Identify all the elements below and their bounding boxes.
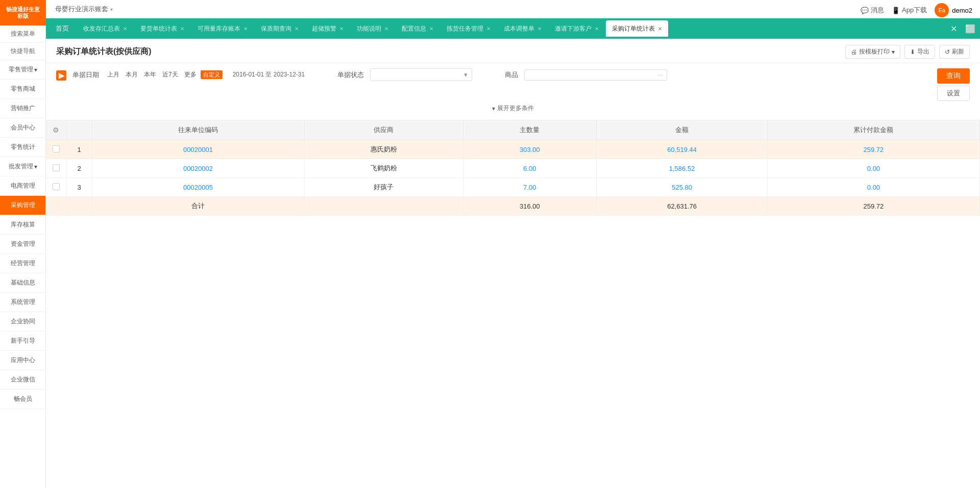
sidebar-item-operations[interactable]: 经营管理: [0, 254, 45, 273]
date-shortcut-7days[interactable]: 近7天: [160, 69, 180, 80]
workspace-selector[interactable]: 母婴行业演示账套 ▾: [51, 5, 117, 14]
expand-more-conditions[interactable]: ▾ 展开更多条件: [56, 104, 970, 113]
message-btn[interactable]: 💬 消息: [861, 6, 884, 15]
row-qty-0[interactable]: 303.00: [463, 140, 597, 159]
row-amount-2[interactable]: 525.80: [597, 178, 768, 197]
tab-yaohuo-close-icon[interactable]: ✕: [180, 26, 184, 32]
tab-baozhi[interactable]: 保质期查询 ✕: [255, 20, 305, 37]
column-settings-icon[interactable]: ⚙: [53, 126, 59, 134]
tab-yaohuo[interactable]: 要货单统计表 ✕: [134, 20, 190, 37]
tab-gongneng-close-icon[interactable]: ✕: [384, 26, 388, 32]
tab-baozhi-close-icon[interactable]: ✕: [295, 26, 299, 32]
row-qty-1[interactable]: 6.00: [463, 159, 597, 178]
checkbox-icon[interactable]: [53, 145, 60, 152]
tab-shoufacun[interactable]: 收发存汇总表 ✕: [77, 20, 133, 37]
sidebar-item-retail[interactable]: 零售管理 ▾: [0, 60, 45, 80]
sidebar-item-retail-stats[interactable]: 零售统计: [0, 138, 45, 157]
sidebar-item-purchase-label: 采购管理: [11, 201, 35, 210]
sidebar-item-member[interactable]: 会员中心: [0, 118, 45, 138]
goods-filter-input[interactable]: ···: [524, 69, 667, 81]
row-paid-1[interactable]: 0.00: [767, 159, 979, 178]
tab-chaochuyujing-label: 超储预警: [312, 24, 336, 33]
tab-keyongliang[interactable]: 可用量库存账本 ✕: [191, 20, 254, 37]
row-paid-2[interactable]: 0.00: [767, 178, 979, 197]
sidebar-item-basic[interactable]: 基础信息: [0, 273, 45, 293]
row-check-2[interactable]: [46, 178, 66, 197]
user-area[interactable]: Ea demo2: [935, 3, 972, 17]
tab-keyongliang-close-icon[interactable]: ✕: [243, 26, 248, 32]
tab-yaoqing-close-icon[interactable]: ✕: [595, 26, 599, 32]
sidebar-item-wechat[interactable]: 企业微信: [0, 370, 45, 390]
table-area: ⚙ 往来单位编码 供应商 主数量 金额 累计付款金额: [46, 120, 980, 216]
tab-chengben-close-icon[interactable]: ✕: [537, 26, 542, 32]
row-amount-0[interactable]: 60,519.44: [597, 140, 768, 159]
sidebar-item-member2[interactable]: 畅会员: [0, 390, 45, 409]
date-custom-tag[interactable]: 自定义: [201, 70, 223, 79]
th-unit-code: 往来单位编码: [92, 120, 304, 140]
row-check-1[interactable]: [46, 159, 66, 178]
tab-peizhi[interactable]: 配置信息 ✕: [396, 20, 439, 37]
table-row: 2 00020002 飞鹤奶粉 6.00 1,586.52 0.00: [46, 159, 980, 178]
sidebar-item-purchase[interactable]: 采购管理: [0, 196, 45, 215]
tab-close-all-icon[interactable]: ✕: [948, 22, 959, 36]
sidebar-item-ecommerce[interactable]: 电商管理: [0, 176, 45, 196]
filter-row-1: 单据日期 上月 本月 本年 近7天 更多 自定义 2016-01-01: [72, 68, 931, 81]
tab-peizhi-close-icon[interactable]: ✕: [429, 26, 433, 32]
tab-yaoqing[interactable]: 邀请下游客户 ✕: [549, 20, 605, 37]
row-unit-code-0[interactable]: 00020001: [92, 140, 304, 159]
refresh-button[interactable]: ↺ 刷新: [939, 45, 970, 59]
app-download-btn[interactable]: 📱 App下载: [892, 6, 927, 15]
filter-area: ▶ 单据日期 上月 本月 本年 近7天 更多 自定义: [46, 63, 980, 120]
tab-jianhuo-close-icon[interactable]: ✕: [486, 26, 491, 32]
sidebar-item-enterprise[interactable]: 企业协同: [0, 312, 45, 331]
footer-label: 合计: [92, 197, 304, 216]
tab-purchase-stats-close-icon[interactable]: ✕: [658, 26, 662, 32]
refresh-icon: ↺: [945, 48, 950, 56]
row-check-0[interactable]: [46, 140, 66, 159]
row-unit-code-2[interactable]: 00020005: [92, 178, 304, 197]
header-right: 💬 消息 📱 App下载 Ea demo2: [861, 3, 972, 17]
date-shortcut-this-month[interactable]: 本月: [124, 69, 140, 80]
tab-chengben[interactable]: 成本调整单 ✕: [498, 20, 548, 37]
date-separator: 至: [265, 71, 273, 78]
tab-home[interactable]: 首页: [48, 20, 76, 37]
query-button[interactable]: 查询: [937, 68, 970, 84]
th-no: [66, 120, 92, 140]
sidebar-item-new-guide[interactable]: 新手引导: [0, 331, 45, 351]
row-unit-code-1[interactable]: 00020002: [92, 159, 304, 178]
sidebar-item-system[interactable]: 系统管理: [0, 293, 45, 312]
tab-shoufacun-close-icon[interactable]: ✕: [123, 26, 127, 32]
tab-jianhuo[interactable]: 拣货任务管理 ✕: [440, 20, 497, 37]
sidebar-item-basic-label: 基础信息: [11, 278, 35, 287]
sidebar-item-app-center[interactable]: 应用中心: [0, 351, 45, 370]
template-print-button[interactable]: 🖨 按模板打印 ▾: [845, 45, 900, 59]
settings-button[interactable]: 设置: [937, 86, 970, 101]
table-row: 3 00020005 好孩子 7.00 525.80 0.00: [46, 178, 980, 197]
date-shortcut-this-year[interactable]: 本年: [142, 69, 158, 80]
sidebar-item-marketing[interactable]: 营销推广: [0, 99, 45, 118]
date-shortcut-more[interactable]: 更多: [182, 69, 199, 80]
tab-chaochuyujing-close-icon[interactable]: ✕: [339, 26, 344, 32]
tab-maximize-icon[interactable]: ⬜: [963, 22, 977, 36]
date-shortcut-last-month[interactable]: 上月: [105, 69, 121, 80]
sidebar-item-retail-store[interactable]: 零售商城: [0, 80, 45, 99]
status-select[interactable]: ▾: [370, 68, 472, 81]
checkbox-icon[interactable]: [53, 164, 60, 171]
expand-filter-toggle[interactable]: ▶: [56, 70, 66, 81]
tab-chaochuyujing[interactable]: 超储预警 ✕: [306, 20, 350, 37]
sidebar-quick-nav[interactable]: 快捷导航: [0, 43, 45, 60]
tab-gongneng[interactable]: 功能说明 ✕: [351, 20, 395, 37]
row-amount-1[interactable]: 1,586.52: [597, 159, 768, 178]
sidebar-search[interactable]: 搜索菜单: [0, 25, 45, 43]
tab-purchase-stats[interactable]: 采购订单统计表 ✕: [606, 20, 668, 37]
th-settings[interactable]: ⚙: [46, 120, 66, 140]
sidebar-item-inventory[interactable]: 库存核算: [0, 215, 45, 235]
tab-bar-end: ✕ ⬜: [948, 22, 977, 36]
row-paid-0[interactable]: 259.72: [767, 140, 979, 159]
checkbox-icon[interactable]: [53, 183, 60, 190]
row-qty-2[interactable]: 7.00: [463, 178, 597, 197]
sidebar-item-wholesale[interactable]: 批发管理 ▾: [0, 157, 45, 176]
export-button[interactable]: ⬇ 导出: [904, 45, 935, 59]
sidebar-item-finance[interactable]: 资金管理: [0, 235, 45, 254]
page-inner: 采购订单统计表(按供应商) 🖨 按模板打印 ▾ ⬇ 导出 ↺ 刷新: [46, 39, 980, 488]
